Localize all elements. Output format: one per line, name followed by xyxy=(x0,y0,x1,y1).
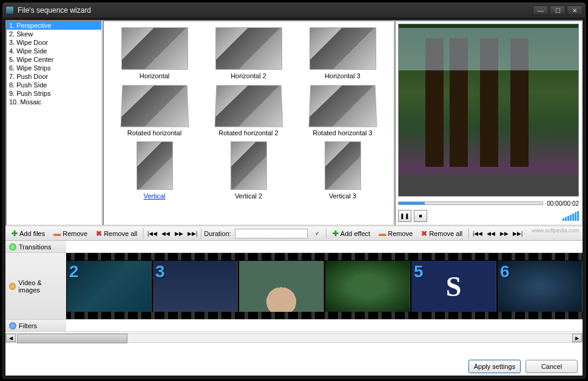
timeline-clip[interactable] xyxy=(153,261,238,312)
timeline-clip[interactable] xyxy=(67,261,152,312)
variant-preview-image xyxy=(325,141,361,190)
variant-thumb[interactable]: Horizontal 3 xyxy=(298,27,387,79)
effect-prev-button[interactable]: ◀◀ xyxy=(485,228,497,239)
cancel-button[interactable]: Cancel xyxy=(525,360,578,373)
effect-item[interactable]: 4. Wipe Side xyxy=(7,47,101,55)
variant-thumb[interactable]: Vertical 3 xyxy=(298,141,387,200)
variant-thumb[interactable]: Vertical 2 xyxy=(204,141,293,200)
app-window: File's sequence wizard — ☐ ✕ 1. Perspect… xyxy=(2,2,586,379)
effect-item[interactable]: 2. Skew xyxy=(7,30,101,38)
first-button[interactable]: |◀◀ xyxy=(146,228,158,239)
app-icon xyxy=(5,6,14,15)
filters-icon xyxy=(9,322,16,329)
scroll-right-button[interactable]: ▶ xyxy=(572,334,582,342)
separator xyxy=(143,228,144,239)
effect-item[interactable]: 1. Perspective xyxy=(7,21,101,30)
x-icon: ✖ xyxy=(421,229,427,238)
effect-item[interactable]: 5. Wipe Center xyxy=(7,55,101,64)
close-button[interactable]: ✕ xyxy=(567,5,583,15)
transitions-icon xyxy=(9,243,16,251)
progress-slider[interactable] xyxy=(398,201,543,205)
separator xyxy=(468,228,469,239)
titlebar[interactable]: File's sequence wizard — ☐ ✕ xyxy=(3,3,585,18)
variant-label: Vertical xyxy=(143,192,165,200)
media-toolbar: ✚Add files ▬Remove ✖Remove all |◀◀ ◀◀ ▶▶… xyxy=(5,226,583,241)
effect-item[interactable]: 9. Push Strips xyxy=(7,89,101,98)
effect-item[interactable]: 6. Wipe Strips xyxy=(7,64,101,72)
effect-item[interactable]: 3. Wipe Door xyxy=(7,38,101,47)
variant-thumbs-panel[interactable]: HorizontalHorizontal 2Horizontal 3Rotate… xyxy=(103,20,394,226)
maximize-button[interactable]: ☐ xyxy=(550,5,566,15)
separator xyxy=(326,228,326,239)
minus-icon: ▬ xyxy=(53,229,61,238)
variant-preview-image xyxy=(121,27,188,70)
variant-thumb[interactable]: Rotated horizontal xyxy=(110,84,199,137)
preview-panel: 00:00/00:02 ❚❚ ■ xyxy=(394,20,583,226)
minimize-button[interactable]: — xyxy=(533,5,549,15)
variant-preview-image xyxy=(137,141,173,190)
effect-item[interactable]: 7. Push Door xyxy=(7,72,101,81)
variant-preview-image xyxy=(309,27,376,70)
effect-item[interactable]: 8. Push Side xyxy=(7,81,101,89)
horizontal-scrollbar[interactable]: ◀ ▶ xyxy=(5,333,583,343)
remove-effect-button[interactable]: ▬Remove xyxy=(375,229,416,238)
add-effect-button[interactable]: ✚Add effect xyxy=(329,229,374,238)
variant-preview-image xyxy=(231,141,267,190)
variant-thumb[interactable]: Rotated horizontal 3 xyxy=(298,84,387,137)
variant-thumb[interactable]: Vertical xyxy=(110,141,199,200)
timeline-clip[interactable] xyxy=(411,261,496,312)
content-area: 1. Perspective2. Skew3. Wipe Door4. Wipe… xyxy=(5,20,583,376)
timeline: Transitions Video & images Drag media fi… xyxy=(5,241,583,357)
time-label: 00:00/00:02 xyxy=(547,200,579,207)
variant-label: Rotated horizontal xyxy=(127,129,181,137)
add-files-button[interactable]: ✚Add files xyxy=(8,229,49,238)
remove-all-files-button[interactable]: ✖Remove all xyxy=(92,229,141,238)
plus-icon: ✚ xyxy=(12,229,18,238)
duration-label: Duration: xyxy=(204,230,231,237)
variant-label: Horizontal 2 xyxy=(231,72,266,79)
window-title: File's sequence wizard xyxy=(18,6,533,15)
remove-file-button[interactable]: ▬Remove xyxy=(50,229,91,238)
footer-buttons: Apply settings Cancel xyxy=(5,357,583,376)
variant-thumb[interactable]: Horizontal 2 xyxy=(204,27,293,79)
variant-preview-image xyxy=(215,27,282,70)
filters-track[interactable]: Filters xyxy=(5,320,583,332)
preview-video[interactable] xyxy=(398,24,579,197)
watermark: www.softpedia.com xyxy=(532,228,579,234)
variant-preview-image xyxy=(308,85,377,127)
apply-settings-button[interactable]: Apply settings xyxy=(468,360,521,373)
volume-indicator[interactable] xyxy=(563,211,579,221)
remove-all-effects-button[interactable]: ✖Remove all xyxy=(417,229,466,238)
duration-apply-button[interactable]: ✓ xyxy=(311,228,323,239)
effect-next-button[interactable]: ▶▶ xyxy=(498,228,510,239)
minus-icon: ▬ xyxy=(379,229,386,238)
last-button[interactable]: ▶▶| xyxy=(186,228,198,239)
effect-first-button[interactable]: |◀◀ xyxy=(471,228,484,239)
variant-thumb[interactable]: Horizontal xyxy=(110,27,199,79)
prev-button[interactable]: ◀◀ xyxy=(160,228,172,239)
variant-label: Vertical 3 xyxy=(329,192,356,200)
timeline-clip[interactable] xyxy=(325,261,410,312)
media-track[interactable]: Video & images Drag media files here. xyxy=(5,253,583,320)
scroll-left-button[interactable]: ◀ xyxy=(6,334,16,342)
next-button[interactable]: ▶▶ xyxy=(173,228,185,239)
x-icon: ✖ xyxy=(96,229,102,238)
timeline-clip[interactable] xyxy=(498,261,583,312)
variant-preview-image xyxy=(120,85,189,127)
upper-panels: 1. Perspective2. Skew3. Wipe Door4. Wipe… xyxy=(5,20,583,226)
variant-label: Rotated horizontal 3 xyxy=(313,129,372,137)
transitions-track[interactable]: Transitions xyxy=(5,241,583,253)
effect-category-list[interactable]: 1. Perspective2. Skew3. Wipe Door4. Wipe… xyxy=(5,20,103,226)
media-icon xyxy=(9,283,16,290)
duration-input[interactable] xyxy=(235,229,308,238)
plus-icon: ✚ xyxy=(333,229,339,238)
effect-item[interactable]: 10. Mosaic xyxy=(7,98,101,106)
stop-button[interactable]: ■ xyxy=(414,210,427,222)
effect-last-button[interactable]: ▶▶| xyxy=(512,228,524,239)
timeline-clip[interactable] xyxy=(239,261,324,312)
pause-button[interactable]: ❚❚ xyxy=(398,210,411,222)
variant-label: Horizontal xyxy=(140,72,170,79)
variant-preview-image xyxy=(214,85,283,127)
variant-thumb[interactable]: Rotated horizontal 2 xyxy=(204,84,293,137)
variant-label: Vertical 2 xyxy=(235,192,262,200)
